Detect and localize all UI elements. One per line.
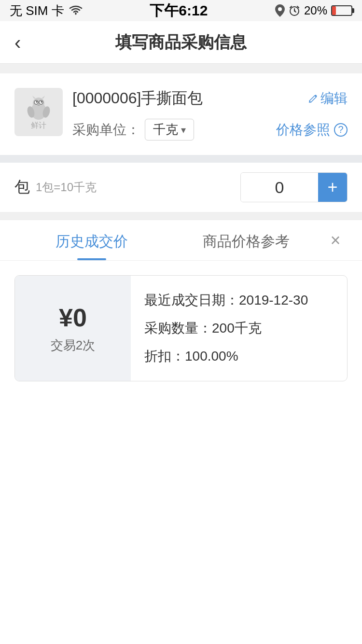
help-icon: ? [334, 123, 348, 137]
svg-point-8 [36, 101, 38, 102]
quantity-label-text: 采购数量： [144, 321, 212, 336]
thumbnail-inner: 鲜计 [24, 94, 53, 131]
back-button[interactable]: ‹ [14, 33, 21, 52]
discount-label: 折扣： [144, 349, 185, 364]
tab-reference[interactable]: 商品价格参考 [169, 220, 323, 260]
alarm-icon [289, 5, 300, 16]
product-thumbnail: 鲜计 [14, 88, 63, 136]
quantity-unit: 包 [14, 177, 30, 198]
svg-point-0 [278, 7, 282, 11]
quantity-input-group: + [240, 172, 348, 202]
unit-dropdown-arrow: ▾ [181, 124, 186, 136]
currency-symbol: ¥ [59, 304, 73, 332]
quantity-input[interactable] [241, 173, 318, 202]
product-logo-icon [24, 94, 53, 123]
card-details-section: 最近成交日期：2019-12-30 采购数量：200千克 折扣：100.00% [131, 276, 347, 381]
quantity-conversion: 1包=10千克 [36, 180, 97, 195]
card-price-section: ¥0 交易2次 [15, 276, 131, 381]
quantity-label: 包 1包=10千克 [14, 177, 97, 198]
battery-text: 20% [304, 4, 327, 17]
nav-bar: ‹ 填写商品采购信息 [0, 21, 362, 64]
svg-marker-12 [42, 96, 45, 98]
status-right: 20% [275, 4, 352, 17]
quantity-value-text: 200千克 [212, 321, 262, 336]
product-name: [0000006]手撕面包 [72, 88, 203, 109]
status-left: 无 SIM 卡 [10, 2, 83, 19]
wifi-icon [69, 5, 83, 16]
svg-point-9 [41, 101, 42, 102]
status-bar: 无 SIM 卡 下午6:12 20% [0, 0, 362, 21]
card-price-value: ¥0 [59, 303, 87, 332]
unit-label: 采购单位： [72, 121, 140, 139]
product-info: [0000006]手撕面包 编辑 采购单位： 千克 ▾ [72, 88, 348, 140]
recent-date-value: 2019-12-30 [239, 293, 308, 308]
quantity-plus-button[interactable]: + [318, 173, 347, 202]
bottom-sheet: 历史成交价 商品价格参考 × ¥0 交易2次 最近成交日期：2019-12-30… [0, 220, 362, 644]
tab-history[interactable]: 历史成交价 [14, 220, 169, 260]
card-recent-date-row: 最近成交日期：2019-12-30 [144, 290, 334, 310]
logo-sub-text: 鲜计 [31, 121, 46, 131]
card-trade-count: 交易2次 [51, 337, 95, 354]
battery-icon [331, 5, 352, 16]
discount-value: 100.00% [185, 349, 238, 364]
unit-left: 采购单位： 千克 ▾ [72, 119, 194, 140]
page-title: 填写商品采购信息 [115, 31, 247, 54]
recent-date-label: 最近成交日期： [144, 293, 239, 308]
unit-value: 千克 [153, 121, 178, 138]
edit-icon [308, 93, 319, 104]
svg-marker-11 [32, 96, 36, 98]
tab-bar: 历史成交价 商品价格参考 × [0, 220, 362, 261]
product-row: 鲜计 [0000006]手撕面包 编辑 采购单位： [14, 88, 348, 140]
tab-close-button[interactable]: × [323, 228, 348, 252]
price-reference-button[interactable]: 价格参照 ? [276, 121, 348, 139]
carrier-text: 无 SIM 卡 [10, 2, 64, 19]
edit-button[interactable]: 编辑 [308, 89, 348, 108]
price-ref-label: 价格参照 [276, 121, 330, 139]
product-name-row: [0000006]手撕面包 编辑 [72, 88, 348, 109]
unit-select[interactable]: 千克 ▾ [145, 119, 194, 140]
product-section: 鲜计 [0000006]手撕面包 编辑 采购单位： [0, 73, 362, 155]
card-quantity-row: 采购数量：200千克 [144, 318, 334, 338]
section-divider [0, 155, 362, 163]
card-discount-row: 折扣：100.00% [144, 346, 334, 366]
location-icon [275, 4, 285, 17]
status-time: 下午6:12 [150, 1, 208, 21]
main-content-area [0, 396, 362, 644]
battery-fill [332, 6, 336, 15]
unit-row: 采购单位： 千克 ▾ 价格参照 ? [72, 119, 348, 140]
transaction-card: ¥0 交易2次 最近成交日期：2019-12-30 采购数量：200千克 折扣：… [14, 275, 348, 381]
quantity-section: 包 1包=10千克 + [0, 163, 362, 212]
edit-label: 编辑 [320, 89, 348, 108]
